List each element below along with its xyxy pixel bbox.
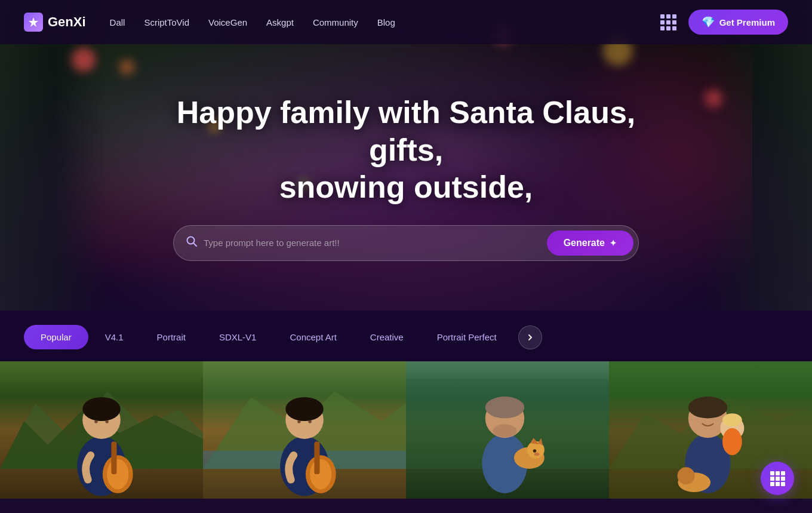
hero-section: Happy family with Santa Claus, gifts, sn…	[0, 0, 812, 311]
tabs-section: Popular V4.1 Portrait SDXL-V1 Concept Ar…	[0, 311, 812, 349]
nav-blog[interactable]: Blog	[377, 17, 395, 27]
svg-point-39	[722, 413, 742, 426]
gallery-person-1	[0, 361, 203, 499]
nav-community[interactable]: Community	[313, 17, 358, 27]
get-premium-label: Get Premium	[719, 17, 775, 27]
svg-point-26	[485, 397, 524, 418]
search-input[interactable]	[204, 238, 547, 248]
svg-point-11	[107, 459, 128, 490]
grid-apps-icon[interactable]	[658, 12, 679, 33]
logo[interactable]: GenXi	[24, 13, 86, 32]
gallery-item-1[interactable]	[0, 361, 203, 499]
nav-voicegen[interactable]: VoiceGen	[208, 17, 247, 27]
hero-content: Happy family with Santa Claus, gifts, sn…	[173, 94, 639, 260]
tab-portrait[interactable]: Portrait	[140, 325, 202, 349]
generate-button[interactable]: Generate ✦	[547, 231, 633, 256]
svg-point-40	[722, 428, 742, 455]
tab-creative[interactable]: Creative	[353, 325, 420, 349]
search-icon	[186, 235, 198, 250]
svg-rect-12	[111, 442, 116, 475]
tab-sdxl-v1[interactable]: SDXL-V1	[202, 325, 273, 349]
tabs-next-button[interactable]	[518, 325, 542, 349]
svg-marker-0	[29, 17, 38, 27]
hero-title-line1: Happy family with Santa Claus, gifts,	[177, 95, 636, 167]
nav-scripttovid[interactable]: ScriptToVid	[144, 17, 189, 27]
svg-point-7	[82, 397, 121, 421]
fab-grid-icon	[770, 471, 785, 486]
svg-rect-22	[314, 442, 319, 475]
svg-point-42	[678, 467, 695, 484]
svg-point-37	[688, 397, 727, 418]
svg-point-19	[308, 420, 311, 423]
sparkle-icon: ✦	[610, 238, 617, 248]
gallery-item-2[interactable]	[203, 361, 406, 499]
logo-text: GenXi	[48, 14, 86, 30]
person-dog-svg	[448, 379, 567, 499]
svg-line-2	[193, 243, 196, 246]
tab-concept-art[interactable]: Concept Art	[273, 325, 353, 349]
svg-marker-30	[530, 438, 539, 444]
svg-point-21	[310, 459, 331, 490]
bokeh-4	[705, 90, 722, 107]
svg-point-33	[534, 453, 540, 456]
search-bar: Generate ✦	[173, 225, 639, 261]
svg-point-18	[297, 420, 300, 423]
gallery	[0, 349, 812, 499]
nav-links: Dall ScriptToVid VoiceGen Askgpt Communi…	[110, 17, 395, 27]
nav-askgpt[interactable]: Askgpt	[266, 17, 294, 27]
fab-button[interactable]	[761, 462, 794, 495]
navbar-right: 💎 Get Premium	[658, 10, 788, 35]
get-premium-button[interactable]: 💎 Get Premium	[688, 10, 788, 35]
svg-point-17	[285, 397, 324, 421]
gallery-item-3[interactable]	[406, 361, 609, 499]
person-guitar-svg-2	[245, 379, 364, 499]
navbar-left: GenXi Dall ScriptToVid VoiceGen Askgpt C…	[24, 13, 395, 32]
hero-title-line2: snowing outside,	[279, 170, 533, 204]
nav-dall[interactable]: Dall	[110, 17, 125, 27]
svg-point-32	[533, 449, 536, 452]
gallery-person-3	[406, 361, 609, 499]
generate-label: Generate	[564, 238, 605, 248]
svg-point-27	[493, 424, 516, 437]
gallery-person-2	[203, 361, 406, 499]
tab-popular[interactable]: Popular	[24, 325, 88, 349]
svg-point-8	[94, 420, 97, 423]
svg-point-9	[105, 420, 108, 423]
tab-v41[interactable]: V4.1	[88, 325, 140, 349]
logo-icon	[24, 13, 43, 32]
person-guitar-svg-1	[42, 379, 161, 499]
person-baby-svg	[651, 379, 770, 499]
navbar: GenXi Dall ScriptToVid VoiceGen Askgpt C…	[0, 0, 812, 44]
gem-icon: 💎	[702, 16, 715, 29]
bokeh-1	[72, 48, 96, 72]
tab-portrait-perfect[interactable]: Portrait Perfect	[420, 325, 513, 349]
bokeh-2	[119, 60, 134, 75]
hero-title: Happy family with Santa Claus, gifts, sn…	[173, 94, 639, 205]
